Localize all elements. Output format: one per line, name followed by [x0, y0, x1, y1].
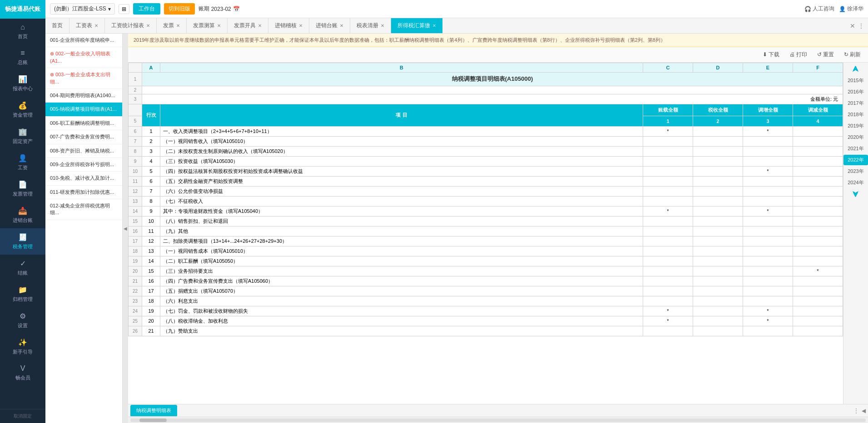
- year-btn-2020[interactable]: 2020年: [843, 132, 868, 143]
- v1-cell[interactable]: [643, 246, 693, 256]
- v1-cell[interactable]: [643, 166, 693, 176]
- v3-cell[interactable]: [743, 276, 793, 286]
- hangci-cell[interactable]: 1: [142, 126, 160, 136]
- v3-cell[interactable]: [743, 246, 793, 256]
- v3-cell[interactable]: [743, 266, 793, 276]
- xiangmu-cell[interactable]: （三）业务招待要支出: [160, 266, 643, 276]
- v4-cell[interactable]: [793, 236, 843, 246]
- v3-cell[interactable]: [743, 256, 793, 266]
- xiangmu-cell[interactable]: （九）赞助支出: [160, 326, 643, 336]
- xiangmu-cell[interactable]: （六）利息支出: [160, 296, 643, 306]
- v4-cell[interactable]: *: [793, 266, 843, 276]
- year-btn-2024[interactable]: 2024年: [843, 177, 868, 188]
- left-panel-item-rd-expense[interactable]: 011-研发费用加计扣除优惠...: [45, 186, 122, 199]
- hangci-cell[interactable]: 21: [142, 326, 160, 336]
- xiangmu-cell[interactable]: （一）视同销售收入（填写A105010）: [160, 136, 643, 146]
- left-panel-item-ad-expense[interactable]: 007-广告费和业务宣传费明...: [45, 130, 122, 144]
- v3-cell[interactable]: [743, 176, 793, 186]
- v3-cell[interactable]: *: [743, 166, 793, 176]
- tab-purchase-check[interactable]: 进销稽核✕: [268, 18, 309, 33]
- left-panel-item-period-expense[interactable]: 004-期间费用明细表(A1040...: [45, 89, 122, 103]
- v3-cell[interactable]: [743, 326, 793, 336]
- v1-cell[interactable]: [643, 216, 693, 226]
- hangci-cell[interactable]: 5: [142, 166, 160, 176]
- sidebar-item-tax-mgmt[interactable]: 🧾税务管理: [0, 228, 45, 255]
- left-panel-item-asset-deprec[interactable]: 008-资产折旧、摊销及纳税...: [45, 144, 122, 158]
- hangci-cell[interactable]: 6: [142, 176, 160, 186]
- v1-cell[interactable]: *: [643, 126, 693, 136]
- year-btn-2023[interactable]: 2023年: [843, 166, 868, 177]
- v1-cell[interactable]: [643, 326, 693, 336]
- v4-cell[interactable]: [793, 156, 843, 166]
- xiangmu-cell[interactable]: （七）不征税收入: [160, 196, 643, 206]
- hangci-cell[interactable]: 2: [142, 136, 160, 146]
- v4-cell[interactable]: [793, 226, 843, 236]
- tab-close-payroll[interactable]: ✕: [94, 23, 98, 28]
- v2-cell[interactable]: [693, 136, 743, 146]
- v1-cell[interactable]: [643, 296, 693, 306]
- tab-home[interactable]: 首页: [45, 18, 69, 33]
- tab-close-payroll-stat[interactable]: ✕: [146, 23, 150, 28]
- v4-cell[interactable]: [793, 166, 843, 176]
- workbench-btn[interactable]: 工作台: [133, 3, 160, 15]
- hangci-cell[interactable]: 12: [142, 236, 160, 246]
- sidebar-item-archive[interactable]: 📁归档管理: [0, 281, 45, 307]
- tab-payroll-stat[interactable]: 工资统计报表✕: [105, 18, 157, 33]
- xiangmu-cell[interactable]: （一）视同销售成本（填写A105010）: [160, 246, 643, 256]
- xiangmu-cell[interactable]: （二）未按权责发生制原则确认的收入（填写A105020）: [160, 146, 643, 156]
- v3-cell[interactable]: [743, 196, 793, 206]
- v2-cell[interactable]: [693, 156, 743, 166]
- xiangmu-cell[interactable]: 一、收入类调整项目（2+3+4+5+6+7+8+10+11）: [160, 126, 643, 136]
- tab-close-all-icon[interactable]: ✕: [850, 22, 855, 30]
- year-btn-2016[interactable]: 2016年: [843, 87, 868, 97]
- sidebar-item-asset-mgmt[interactable]: 💰资金管理: [0, 97, 45, 123]
- tab-close-income-tax[interactable]: ✕: [432, 23, 436, 28]
- year-up-btn[interactable]: ⮝: [851, 64, 861, 74]
- hangci-cell[interactable]: 20: [142, 316, 160, 326]
- xiangmu-cell[interactable]: （六）公允价值变动净损益: [160, 186, 643, 196]
- v4-cell[interactable]: [793, 296, 843, 306]
- sidebar-item-new-guide[interactable]: ✨新手引导: [0, 334, 45, 360]
- v1-cell[interactable]: [643, 226, 693, 236]
- v2-cell[interactable]: [693, 166, 743, 176]
- hangci-cell[interactable]: 7: [142, 186, 160, 196]
- v4-cell[interactable]: [793, 186, 843, 196]
- tab-close-invoice-calc[interactable]: ✕: [217, 23, 221, 28]
- hangci-cell[interactable]: 8: [142, 196, 160, 206]
- v4-cell[interactable]: [793, 216, 843, 226]
- hangci-cell[interactable]: 3: [142, 146, 160, 156]
- v3-cell[interactable]: [743, 216, 793, 226]
- left-panel-item-corp-income[interactable]: ⊗ 002-一般企业收入明细表(A1...: [45, 47, 122, 68]
- v4-cell[interactable]: [793, 196, 843, 206]
- left-panel-item-tax-reduction[interactable]: 012-减免企业所得税优惠明细...: [45, 199, 122, 220]
- v2-cell[interactable]: [693, 266, 743, 276]
- v1-cell[interactable]: [643, 156, 693, 166]
- hangci-cell[interactable]: 17: [142, 286, 160, 296]
- v1-cell[interactable]: [643, 256, 693, 266]
- v4-cell[interactable]: [793, 276, 843, 286]
- hangci-cell[interactable]: 11: [142, 226, 160, 236]
- v2-cell[interactable]: [693, 316, 743, 326]
- v3-cell[interactable]: [743, 186, 793, 196]
- v2-cell[interactable]: [693, 286, 743, 296]
- v4-cell[interactable]: [793, 316, 843, 326]
- v1-cell[interactable]: [643, 176, 693, 186]
- v3-cell[interactable]: *: [743, 126, 793, 136]
- v4-cell[interactable]: [793, 206, 843, 216]
- v4-cell[interactable]: [793, 306, 843, 316]
- xiangmu-cell[interactable]: （三）投资收益（填写A105030）: [160, 156, 643, 166]
- v2-cell[interactable]: [693, 196, 743, 206]
- sheet-scroll-left-icon[interactable]: ⋮: [853, 408, 859, 414]
- download-btn[interactable]: ⬇ 下载: [760, 49, 782, 60]
- v2-cell[interactable]: [693, 146, 743, 156]
- year-btn-2022[interactable]: 2022年: [843, 155, 868, 165]
- v4-cell[interactable]: [793, 176, 843, 186]
- xiangmu-cell[interactable]: （九）其他: [160, 226, 643, 236]
- company-settings-btn[interactable]: ⊞: [119, 4, 129, 14]
- v3-cell[interactable]: *: [743, 306, 793, 316]
- v4-cell[interactable]: [793, 326, 843, 336]
- v1-cell[interactable]: [643, 236, 693, 246]
- v1-cell[interactable]: [643, 286, 693, 296]
- v3-cell[interactable]: [743, 286, 793, 296]
- tab-invoice-calc[interactable]: 发票测算✕: [187, 18, 228, 33]
